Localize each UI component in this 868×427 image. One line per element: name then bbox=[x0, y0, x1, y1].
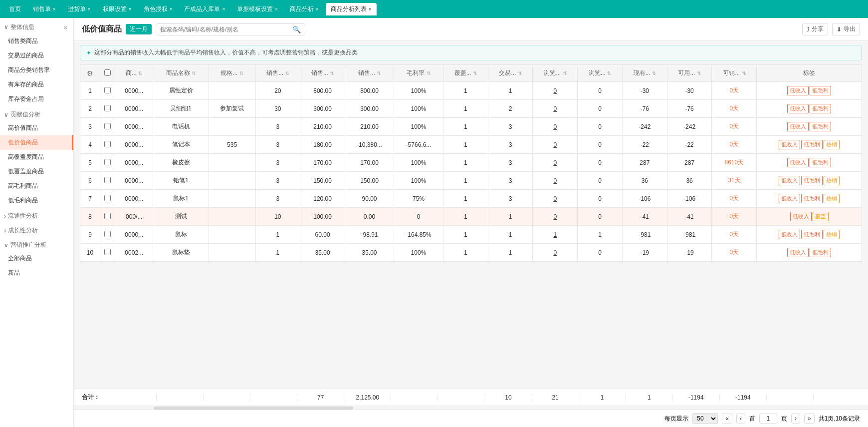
sort-icon[interactable]: ⇅ bbox=[239, 70, 243, 76]
close-icon[interactable]: × bbox=[53, 6, 56, 12]
nav-template-settings[interactable]: 单据模板设置 × bbox=[232, 3, 283, 15]
select-all-checkbox[interactable] bbox=[104, 69, 111, 76]
row-checkbox[interactable] bbox=[104, 213, 111, 219]
cell-checkbox[interactable] bbox=[100, 154, 115, 172]
close-icon[interactable]: × bbox=[170, 6, 173, 12]
browse-link[interactable]: 0 bbox=[554, 177, 557, 184]
cell-checkbox[interactable] bbox=[100, 208, 115, 226]
browse-link[interactable]: 0 bbox=[554, 195, 557, 202]
sort-icon[interactable]: ⇅ bbox=[138, 70, 142, 76]
close-icon[interactable]: × bbox=[129, 6, 132, 12]
close-icon[interactable]: × bbox=[222, 6, 225, 12]
sidebar-item-sales-goods[interactable]: 销售类商品 bbox=[0, 34, 73, 48]
cell-sales1: 100.00 bbox=[300, 208, 345, 226]
sort-icon[interactable]: ⇅ bbox=[563, 70, 567, 76]
browse-link[interactable]: 0 bbox=[554, 213, 557, 220]
sidebar-item-low-margin[interactable]: 低毛利商品 bbox=[0, 193, 73, 208]
cell-checkbox[interactable] bbox=[100, 172, 115, 190]
nav-sales-order[interactable]: 销售单 × bbox=[28, 3, 61, 15]
next-page-button[interactable]: › bbox=[791, 414, 800, 424]
sort-icon[interactable]: ⇅ bbox=[285, 70, 289, 76]
sort-icon[interactable]: ⇅ bbox=[518, 70, 522, 76]
row-checkbox[interactable] bbox=[104, 87, 111, 93]
row-checkbox[interactable] bbox=[104, 141, 111, 147]
close-icon[interactable]: × bbox=[275, 6, 278, 12]
browse-link[interactable]: 0 bbox=[554, 87, 557, 94]
sort-icon[interactable]: ⇅ bbox=[192, 70, 196, 76]
cell-checkbox[interactable] bbox=[100, 100, 115, 118]
sidebar-item-stock-funds[interactable]: 库存资金占用 bbox=[0, 92, 73, 106]
nav-role-auth[interactable]: 角色授权 × bbox=[139, 3, 178, 15]
sidebar-item-all-goods[interactable]: 全部商品 bbox=[0, 251, 73, 266]
sidebar-item-low-value[interactable]: 低价值商品 bbox=[0, 135, 73, 150]
cell-checkbox[interactable] bbox=[100, 118, 115, 136]
sidebar-item-high-margin[interactable]: 高毛利商品 bbox=[0, 179, 73, 193]
row-checkbox[interactable] bbox=[104, 195, 111, 201]
cell-checkbox[interactable] bbox=[100, 82, 115, 100]
sort-icon[interactable]: ⇅ bbox=[607, 70, 611, 76]
horizontal-scrollbar[interactable] bbox=[74, 406, 868, 410]
browse-link[interactable]: 0 bbox=[554, 249, 557, 256]
close-icon[interactable]: × bbox=[88, 6, 91, 12]
last-page-button[interactable]: » bbox=[804, 414, 815, 424]
browse-link[interactable]: 0 bbox=[554, 105, 557, 112]
first-page-button[interactable]: « bbox=[722, 414, 732, 424]
nav-product-analysis-list[interactable]: 商品分析列表 × bbox=[326, 3, 377, 15]
cell-checkbox[interactable] bbox=[100, 136, 115, 154]
cell-spec: 535 bbox=[209, 136, 255, 154]
share-button[interactable]: ⤴ 分享 bbox=[802, 23, 828, 35]
sidebar-collapse-button[interactable]: « bbox=[61, 22, 69, 32]
sort-icon[interactable]: ⇅ bbox=[427, 70, 431, 76]
row-checkbox[interactable] bbox=[104, 231, 111, 237]
sort-icon[interactable]: ⇅ bbox=[652, 70, 656, 76]
row-checkbox[interactable] bbox=[104, 249, 111, 255]
search-input[interactable] bbox=[160, 26, 290, 33]
browse-link[interactable]: 0 bbox=[554, 159, 557, 166]
sort-icon[interactable]: ⇅ bbox=[742, 70, 746, 76]
nav-product-inbound[interactable]: 产成品入库单 × bbox=[179, 3, 230, 15]
cell-checkbox[interactable] bbox=[100, 190, 115, 208]
cell-checkbox[interactable] bbox=[100, 226, 115, 244]
sidebar-item-stocked-goods[interactable]: 有库存的商品 bbox=[0, 77, 73, 92]
sort-icon[interactable]: ⇅ bbox=[377, 70, 381, 76]
th-name: 商品名称 ⇅ bbox=[153, 65, 209, 82]
row-checkbox[interactable] bbox=[104, 105, 111, 111]
nav-purchase-order[interactable]: 进货单 × bbox=[63, 3, 96, 15]
row-checkbox[interactable] bbox=[104, 159, 111, 165]
cell-row-num: 6 bbox=[80, 172, 100, 190]
sidebar-item-traded-goods[interactable]: 交易过的商品 bbox=[0, 48, 73, 63]
sidebar-item-low-coverage[interactable]: 低覆盖度商品 bbox=[0, 164, 73, 179]
browse-link[interactable]: 0 bbox=[554, 123, 557, 130]
row-checkbox[interactable] bbox=[104, 177, 111, 183]
sort-icon[interactable]: ⇅ bbox=[473, 70, 477, 76]
browse-link[interactable]: 0 bbox=[554, 141, 557, 148]
page-size-select[interactable]: 50 100 200 bbox=[692, 413, 718, 424]
table-row: 2 0000... 吴细细1 参加复试 30 300.00 300.00 100… bbox=[80, 100, 862, 118]
prev-page-button[interactable]: ‹ bbox=[736, 414, 745, 424]
close-icon[interactable]: × bbox=[316, 6, 319, 12]
days-text: 0天 bbox=[730, 249, 739, 256]
export-button[interactable]: ⬇ 导出 bbox=[832, 23, 860, 35]
row-checkbox[interactable] bbox=[104, 123, 111, 129]
nav-product-analysis[interactable]: 商品分析 × bbox=[285, 3, 324, 15]
nav-home[interactable]: 首页 bbox=[4, 3, 26, 15]
filter-tag-button[interactable]: 近一月 bbox=[126, 24, 152, 34]
browse-link[interactable]: 1 bbox=[554, 231, 557, 238]
sort-icon[interactable]: ⇅ bbox=[330, 70, 334, 76]
settings-icon[interactable]: ⚙ bbox=[87, 69, 93, 77]
sidebar-item-category-sales-rate[interactable]: 商品分类销售率 bbox=[0, 63, 73, 77]
cell-checkbox[interactable] bbox=[100, 244, 115, 262]
sidebar-item-high-coverage[interactable]: 高覆盖度商品 bbox=[0, 150, 73, 164]
sidebar-item-high-value[interactable]: 高价值商品 bbox=[0, 121, 73, 135]
page-number-input[interactable] bbox=[759, 414, 777, 424]
close-icon[interactable]: × bbox=[369, 6, 372, 12]
search-icon[interactable]: 🔍 bbox=[292, 25, 301, 33]
cell-cover: 1 bbox=[443, 154, 488, 172]
sort-icon[interactable]: ⇅ bbox=[697, 70, 701, 76]
cell-sales2: 35.00 bbox=[345, 244, 394, 262]
tag-label: 低毛利 bbox=[801, 140, 823, 149]
nav-permission-settings[interactable]: 权限设置 × bbox=[98, 3, 137, 15]
sidebar-item-new-goods[interactable]: 新品 bbox=[0, 266, 73, 280]
tag-label: 热销 bbox=[824, 176, 840, 185]
search-box[interactable]: 🔍 bbox=[156, 23, 305, 35]
